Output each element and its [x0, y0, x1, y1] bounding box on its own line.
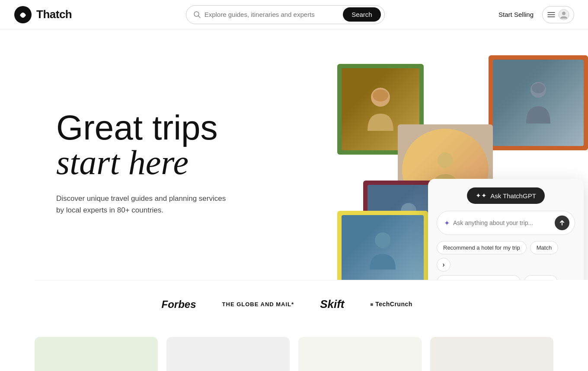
ask-input-row: ✦ [437, 211, 575, 235]
hero-title: Great trips start here [56, 111, 281, 180]
menu-icon [547, 10, 556, 19]
logo[interactable]: Thatch [14, 6, 72, 24]
logo-text: Thatch [36, 8, 72, 21]
svg-point-7 [562, 12, 566, 15]
svg-point-9 [373, 89, 388, 101]
search-icon [193, 11, 201, 19]
svg-line-2 [198, 16, 200, 18]
send-button[interactable] [555, 216, 569, 230]
chip-row-1: Recommend a hotel for my trip Match › [437, 241, 575, 272]
menu-user-button[interactable] [542, 6, 574, 23]
hero-subtitle-line1: Discover unique travel guides and planni… [56, 194, 226, 203]
chevron-right-icon: › [442, 261, 444, 269]
chip-brainstorm[interactable]: Brainstorm destination ideas [437, 275, 521, 280]
ask-button-label: Ask ThatchGPT [490, 192, 536, 200]
svg-point-15 [375, 232, 390, 248]
person-photo-2 [493, 60, 584, 146]
chat-input[interactable] [453, 219, 551, 226]
header: Thatch Search Start Selling [0, 0, 588, 29]
chip-row-2: Brainstorm destination ideas Suggest [437, 275, 575, 280]
user-icon [558, 9, 569, 20]
press-logos-section: Forbes THE GLOBE AND MAIL* Skift ■ TechC… [0, 280, 588, 328]
hero-text: Great trips start here Discover unique t… [56, 111, 281, 216]
chip-recommend-hotel[interactable]: Recommend a hotel for my trip [437, 241, 527, 254]
bottom-card-4 [430, 337, 553, 371]
stars-icon: ✦✦ [476, 192, 487, 200]
press-logo-globe: THE GLOBE AND MAIL* [222, 301, 294, 308]
photo-card-6 [337, 211, 428, 280]
photo-card-2 [489, 55, 588, 150]
hero-subtitle-line2: by local experts in 80+ countries. [56, 206, 163, 214]
hero-title-line1: Great trips [56, 111, 281, 145]
photo-collage: ✦✦ Ask ThatchGPT ✦ Recommend a hotel for… [337, 55, 588, 263]
ask-thatchgpt-button[interactable]: ✦✦ Ask ThatchGPT [467, 187, 545, 204]
svg-point-11 [532, 83, 545, 93]
logo-icon [14, 6, 32, 24]
search-input[interactable] [205, 11, 339, 18]
techcrunch-logo-svg: ■ TechCrunch [370, 298, 426, 310]
hero-section: Great trips start here Discover unique t… [0, 29, 588, 280]
press-logo-skift: Skift [320, 298, 344, 311]
start-selling-button[interactable]: Start Selling [499, 11, 534, 18]
bottom-card-3 [298, 337, 422, 371]
hero-title-line2: start here [56, 145, 281, 180]
chip-match[interactable]: Match [530, 241, 558, 254]
bottom-cards-section [0, 328, 588, 371]
person-photo-6 [342, 215, 424, 280]
svg-point-12 [438, 152, 453, 168]
search-button[interactable]: Search [343, 7, 381, 22]
press-logo-techcrunch: ■ TechCrunch [370, 298, 426, 311]
chip-scroll-right[interactable]: › [437, 258, 451, 272]
bottom-card-1 [35, 337, 158, 371]
press-logo-forbes: Forbes [162, 298, 196, 311]
hero-subtitle: Discover unique travel guides and planni… [56, 193, 242, 216]
bottom-card-2 [166, 337, 290, 371]
chip-suggest[interactable]: Suggest [524, 275, 558, 280]
svg-text:■ TechCrunch: ■ TechCrunch [370, 301, 412, 308]
search-bar: Search [186, 5, 385, 24]
chat-popup: ✦✦ Ask ThatchGPT ✦ Recommend a hotel for… [428, 179, 584, 280]
input-stars-icon: ✦ [444, 219, 450, 227]
send-arrow-icon [559, 219, 566, 226]
header-right: Start Selling [499, 6, 574, 23]
